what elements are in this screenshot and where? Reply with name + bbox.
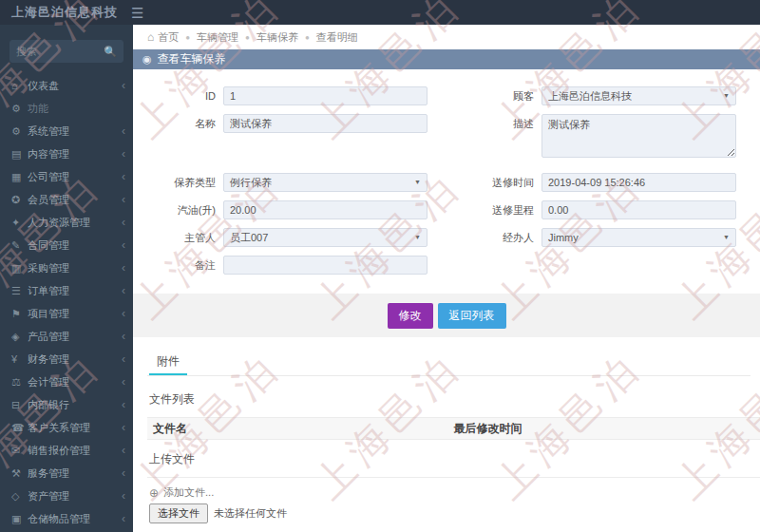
customer-label: 顾客 bbox=[466, 86, 542, 105]
sidebar-item-members[interactable]: ✪会员管理‹ bbox=[0, 188, 133, 211]
hamburger-menu-icon[interactable]: ☰ bbox=[131, 6, 143, 20]
search-input[interactable] bbox=[16, 46, 104, 57]
chevron-left-icon: ‹ bbox=[122, 193, 125, 206]
column-filename: 文件名 bbox=[147, 421, 454, 437]
search-icon[interactable]: 🔍 bbox=[104, 46, 117, 58]
handler-select[interactable]: Jimmy ▼ bbox=[542, 228, 736, 247]
chevron-left-icon: ‹ bbox=[122, 330, 125, 343]
back-to-list-button[interactable]: 返回列表 bbox=[438, 303, 506, 329]
chevron-left-icon: ‹ bbox=[122, 124, 125, 138]
dashboard-icon: ⌂ bbox=[11, 80, 28, 91]
sidebar-item-label: 产品管理 bbox=[28, 330, 122, 344]
id-input[interactable] bbox=[223, 86, 428, 105]
maintain-type-select[interactable]: 例行保养 ▼ bbox=[223, 173, 428, 192]
repair-time-input[interactable] bbox=[542, 173, 736, 192]
customer-select[interactable]: 上海邑泊信息科技 ▼ bbox=[542, 86, 736, 105]
accounting-icon: ⚖ bbox=[11, 376, 28, 389]
breadcrumb-separator: ● bbox=[245, 33, 250, 42]
supervisor-label: 主管人 bbox=[147, 228, 223, 247]
main-content: ⌂ 首页 ● 车辆管理 ● 车辆保养 ● 查看明细 ◉ 查看车辆保养 ID 顾客 bbox=[133, 25, 760, 532]
sidebar-item-products[interactable]: ◈产品管理‹ bbox=[0, 325, 133, 348]
sidebar-item-label: 采购管理 bbox=[28, 261, 122, 276]
projects-icon: ⚑ bbox=[11, 308, 28, 320]
sidebar-item-internal-bank[interactable]: ⊟内部银行‹ bbox=[0, 393, 133, 416]
brand-title: 上海邑泊信息科技 bbox=[11, 4, 118, 21]
add-file-link[interactable]: ⊕ 添加文件... bbox=[149, 485, 750, 500]
panel-header: ◉ 查看车辆保养 bbox=[133, 49, 760, 69]
maintain-type-value: 例行保养 bbox=[230, 174, 272, 191]
chevron-left-icon: ‹ bbox=[122, 466, 125, 480]
description-textarea[interactable]: 测试保养 bbox=[542, 114, 736, 158]
chevron-left-icon: ‹ bbox=[122, 216, 125, 229]
chevron-down-icon: ▼ bbox=[414, 174, 421, 191]
sidebar-item-content[interactable]: ▤内容管理‹ bbox=[0, 142, 133, 165]
orders-icon: ☰ bbox=[11, 285, 28, 297]
name-input[interactable] bbox=[223, 114, 428, 133]
sidebar-item-system[interactable]: ⚙系统管理‹ bbox=[0, 120, 133, 142]
tab-attachment[interactable]: 附件 bbox=[149, 349, 187, 375]
chevron-left-icon: ‹ bbox=[122, 284, 125, 297]
sidebar-search: 🔍 bbox=[10, 40, 124, 63]
crm-icon: ☎ bbox=[11, 422, 28, 434]
finance-icon: ¥ bbox=[11, 353, 28, 365]
sidebar-item-label: 内部银行 bbox=[28, 398, 122, 412]
chevron-left-icon: ‹ bbox=[122, 170, 125, 183]
remark-input[interactable] bbox=[223, 256, 428, 275]
gasoline-input[interactable] bbox=[223, 200, 428, 219]
top-bar: 上海邑泊信息科技 ☰ bbox=[0, 0, 760, 25]
no-file-selected-text: 未选择任何文件 bbox=[214, 506, 287, 521]
sidebar-item-assets[interactable]: ◇资产管理‹ bbox=[0, 484, 133, 507]
sidebar-item-label: 订单管理 bbox=[28, 284, 122, 298]
sidebar-item-label: 系统管理 bbox=[28, 124, 122, 139]
chevron-down-icon: ▼ bbox=[723, 87, 730, 104]
company-icon: ▦ bbox=[11, 171, 28, 183]
sidebar-item-crm[interactable]: ☎客户关系管理‹ bbox=[0, 416, 133, 439]
supervisor-select[interactable]: 员工007 ▼ bbox=[223, 228, 428, 247]
breadcrumb-vehicle-maintain[interactable]: 车辆保养 bbox=[256, 30, 298, 45]
sidebar: 🔍 ⌂仪表盘‹⚙功能⚙系统管理‹▤内容管理‹▦公司管理‹✪会员管理‹✦人力资源管… bbox=[0, 25, 133, 532]
breadcrumb-home[interactable]: 首页 bbox=[158, 30, 179, 45]
breadcrumb-separator: ● bbox=[305, 33, 310, 42]
content-icon: ▤ bbox=[11, 148, 28, 161]
chevron-left-icon: ‹ bbox=[122, 398, 125, 411]
sidebar-item-label: 财务管理 bbox=[28, 352, 122, 367]
sidebar-item-dashboard[interactable]: ⌂仪表盘‹ bbox=[0, 74, 133, 97]
chevron-left-icon: ‹ bbox=[122, 79, 125, 92]
remark-label: 备注 bbox=[147, 256, 223, 275]
column-last-modified: 最后修改时间 bbox=[454, 421, 760, 437]
mileage-label: 送修里程 bbox=[466, 200, 542, 219]
breadcrumb-current: 查看明细 bbox=[316, 30, 358, 45]
mileage-input[interactable] bbox=[542, 200, 736, 219]
id-label: ID bbox=[147, 86, 223, 105]
sidebar-item-orders[interactable]: ☰订单管理‹ bbox=[0, 279, 133, 302]
sidebar-item-warehouse[interactable]: ▣仓储物品管理‹ bbox=[0, 507, 133, 530]
sidebar-item-sales-quote[interactable]: ✉销售报价管理‹ bbox=[0, 439, 133, 462]
home-icon: ⌂ bbox=[147, 30, 154, 44]
info-circle-icon: ◉ bbox=[142, 53, 152, 66]
sidebar-item-label: 仓储物品管理 bbox=[28, 512, 122, 526]
choose-file-button[interactable]: 选择文件 bbox=[149, 504, 208, 523]
sidebar-item-finance[interactable]: ¥财务管理‹ bbox=[0, 348, 133, 370]
chevron-left-icon: ‹ bbox=[122, 261, 125, 275]
tab-bar: 附件 bbox=[147, 349, 750, 376]
sidebar-item-projects[interactable]: ⚑项目管理‹ bbox=[0, 302, 133, 325]
repair-time-label: 送修时间 bbox=[466, 173, 542, 192]
products-icon: ◈ bbox=[11, 331, 28, 343]
sidebar-item-procurement[interactable]: ▥采购管理‹ bbox=[0, 256, 133, 279]
sidebar-item-functions[interactable]: ⚙功能 bbox=[0, 97, 133, 120]
sidebar-item-company[interactable]: ▦公司管理‹ bbox=[0, 165, 133, 188]
plus-circle-icon: ⊕ bbox=[149, 486, 159, 500]
sidebar-item-hr[interactable]: ✦人力资源管理‹ bbox=[0, 211, 133, 234]
chevron-left-icon: ‹ bbox=[122, 147, 125, 161]
internal-bank-icon: ⊟ bbox=[11, 399, 28, 411]
handler-value: Jimmy bbox=[548, 229, 579, 246]
sidebar-item-label: 会计管理 bbox=[28, 375, 122, 390]
breadcrumb-vehicle-mgmt[interactable]: 车辆管理 bbox=[197, 30, 238, 45]
file-input-row: 选择文件 未选择任何文件 bbox=[149, 504, 750, 523]
sidebar-item-accounting[interactable]: ⚖会计管理‹ bbox=[0, 370, 133, 393]
modify-button[interactable]: 修改 bbox=[388, 303, 433, 329]
chevron-left-icon: ‹ bbox=[122, 512, 125, 525]
sidebar-item-service[interactable]: ⚒服务管理‹ bbox=[0, 462, 133, 484]
add-file-text: 添加文件... bbox=[163, 485, 214, 500]
sidebar-item-contracts[interactable]: ✎合同管理‹ bbox=[0, 234, 133, 256]
